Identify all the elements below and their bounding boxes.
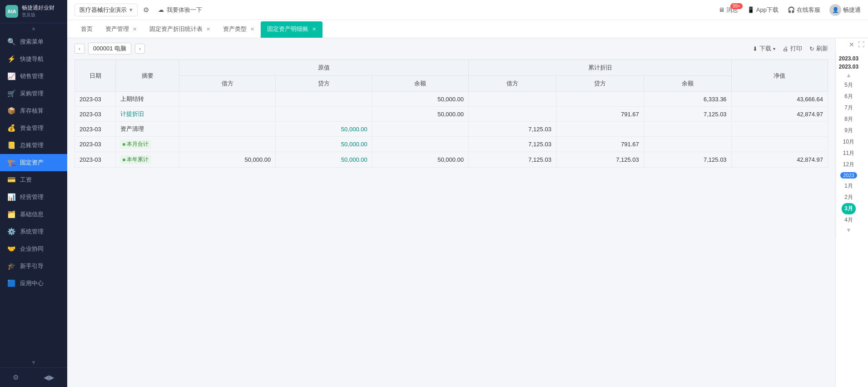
- tabs-bar: 首页 资产管理 ✕ 固定资产折旧统计表 ✕ 资产类型 ✕ 固定资产明细账 ✕: [67, 20, 868, 38]
- col-yuanzhi-credit: 贷方: [276, 76, 372, 92]
- sidebar-item-payroll[interactable]: 💳 工资: [0, 171, 67, 189]
- avatar: 👤: [829, 4, 841, 16]
- sidebar-item-operations[interactable]: 📊 经营管理: [0, 189, 67, 206]
- table-row: 2023-03 上期结转 50,000.00 6,333.36 43,666.6…: [75, 92, 828, 107]
- refresh-btn[interactable]: ↻ 刷新: [809, 45, 828, 53]
- enterprise-icon: 🤝: [7, 245, 15, 253]
- timeline-month[interactable]: 12月: [840, 159, 857, 170]
- cell-yuanzhi-debit: [179, 137, 276, 152]
- cell-summary: 上期结转: [116, 92, 179, 107]
- tab-close-icon[interactable]: ✕: [312, 26, 316, 32]
- fixed-assets-icon: 🏗️: [7, 159, 15, 167]
- settings-gear-icon[interactable]: ⚙: [143, 6, 149, 14]
- timeline-month[interactable]: 5月: [840, 79, 857, 91]
- tab-label: 首页: [81, 25, 93, 33]
- cell-yuanzhi-credit: 50,000.00: [276, 122, 372, 137]
- tab-home[interactable]: 首页: [74, 21, 99, 38]
- message-icon: 🖥: [719, 6, 724, 13]
- sidebar-item-search[interactable]: 🔍 搜索菜单: [0, 33, 67, 50]
- panel-expand-btn[interactable]: ⛶: [858, 41, 864, 48]
- sidebar-item-ledger[interactable]: 📒 总账管理: [0, 137, 67, 154]
- sidebar-item-label: 系统管理: [20, 228, 44, 236]
- app-download-btn[interactable]: 📱 App下载: [747, 6, 779, 14]
- topbar-right: 🖥 消息 99+ 📱 App下载 🎧 在线客服 👤 畅捷通: [719, 4, 861, 16]
- cell-leiji-credit: [556, 92, 644, 107]
- tab-asset-detail[interactable]: 固定资产明细账 ✕: [261, 21, 322, 38]
- timeline-month[interactable]: 7月: [840, 102, 857, 114]
- sidebar-item-inventory[interactable]: 📦 库存核算: [0, 102, 67, 119]
- col-leiji-balance: 余额: [644, 76, 731, 92]
- sidebar-item-label: 库存核算: [20, 107, 44, 115]
- company-name: 医疗器械行业演示: [79, 6, 127, 14]
- col-leiji-group: 累计折旧: [469, 60, 732, 76]
- cell-leiji-debit: [469, 92, 556, 107]
- timeline-month-2023[interactable]: 1月: [842, 180, 856, 192]
- timeline-month[interactable]: 11月: [840, 148, 857, 159]
- sidebar-item-quick-nav[interactable]: ⚡ 快捷导航: [0, 50, 67, 68]
- sidebar-item-system[interactable]: ⚙️ 系统管理: [0, 223, 67, 240]
- tab-depreciation-stats[interactable]: 固定资产折旧统计表 ✕: [143, 21, 217, 38]
- sidebar-item-guide[interactable]: 🎓 新手引导: [0, 258, 67, 275]
- panel-close-btn[interactable]: ✕: [849, 41, 854, 48]
- download-btn[interactable]: ⬇ 下载 ▾: [753, 45, 775, 53]
- timeline-month[interactable]: 10月: [840, 136, 857, 148]
- main-body: ‹ 000001 电脑 › ⬇ 下载 ▾ 🖨 打印: [67, 38, 868, 387]
- tab-close-icon[interactable]: ✕: [206, 26, 210, 32]
- timeline-month[interactable]: 6月: [840, 91, 857, 102]
- asset-code: 000001 电脑: [88, 43, 131, 55]
- experience-btn[interactable]: ☁ 我要体验一下: [158, 6, 202, 14]
- tab-close-icon[interactable]: ✕: [133, 26, 137, 32]
- sidebar-scroll-down[interactable]: ▼: [0, 357, 67, 367]
- timeline-month[interactable]: 8月: [840, 114, 857, 125]
- sidebar-item-label: 资金管理: [20, 124, 44, 132]
- timeline-month-2023[interactable]: 4月: [842, 214, 856, 226]
- col-leiji-credit: 贷方: [556, 76, 644, 92]
- sidebar-item-apps[interactable]: 🟦 应用中心: [0, 275, 67, 292]
- col-yuanzhi-group: 原值: [179, 60, 469, 76]
- timeline-panel: 2023.03 2023.03 ▲ 5月6月7月8月9月10月11月12月 20…: [836, 51, 861, 238]
- download-icon: 📱: [747, 6, 754, 13]
- inventory-icon: 📦: [7, 107, 15, 115]
- prev-asset-btn[interactable]: ‹: [74, 44, 84, 54]
- timeline-up-arrow[interactable]: ▲: [845, 71, 853, 79]
- cell-leiji-credit: 7,125.03: [556, 152, 644, 168]
- cell-yuanzhi-debit: 50,000.00: [179, 152, 276, 168]
- tab-asset-management[interactable]: 资产管理 ✕: [99, 21, 143, 38]
- sidebar-item-sales[interactable]: 📈 销售管理: [0, 68, 67, 85]
- cell-leiji-credit: [556, 122, 644, 137]
- table-row: 2023-03 本月合计 50,000.00 7,125.03 791.67: [75, 137, 828, 152]
- cell-yuanzhi-debit: [179, 122, 276, 137]
- sidebar-item-label: 快捷导航: [20, 55, 44, 63]
- sidebar-item-enterprise[interactable]: 🤝 企业协同: [0, 240, 67, 258]
- download-icon: ⬇: [753, 45, 758, 52]
- topbar: 医疗器械行业演示 ▾ ⚙ ☁ 我要体验一下 🖥 消息 99+ 📱 App下载 🎧…: [67, 0, 868, 20]
- sidebar-item-base-info[interactable]: 🗂️ 基础信息: [0, 206, 67, 223]
- customer-service-btn[interactable]: 🎧 在线客服: [788, 6, 820, 14]
- cell-summary: 资产清理: [116, 122, 179, 137]
- timeline-top-label2: 2023.03: [839, 64, 858, 70]
- cell-summary: 计提折旧: [116, 107, 179, 122]
- cell-yuanzhi-credit: [276, 107, 372, 122]
- ledger-icon: 📒: [7, 141, 15, 149]
- sidebar-item-fixed-assets[interactable]: 🏗️ 固定资产: [0, 154, 67, 171]
- cell-yuanzhi-credit: [276, 92, 372, 107]
- message-btn[interactable]: 🖥 消息 99+: [719, 6, 738, 14]
- timeline-down-arrow[interactable]: ▼: [845, 226, 853, 234]
- collapse-btn[interactable]: ◀▶: [40, 372, 58, 383]
- timeline-month-2023[interactable]: 2月: [842, 192, 856, 203]
- sidebar-item-purchase[interactable]: 🛒 采购管理: [0, 85, 67, 102]
- timeline-month-2023[interactable]: 3月: [842, 203, 856, 214]
- settings-btn[interactable]: ⚙: [9, 372, 22, 383]
- tab-close-icon[interactable]: ✕: [250, 26, 254, 32]
- timeline-month[interactable]: 9月: [840, 125, 857, 136]
- tab-label: 资产类型: [223, 25, 247, 33]
- sidebar-item-finance[interactable]: 💰 资金管理: [0, 119, 67, 137]
- user-avatar-btn[interactable]: 👤 畅捷通: [829, 4, 861, 16]
- app-edition: 普及版: [22, 12, 55, 18]
- print-btn[interactable]: 🖨 打印: [783, 45, 802, 53]
- next-asset-btn[interactable]: ›: [135, 44, 145, 54]
- cell-leiji-debit: 7,125.03: [469, 152, 556, 168]
- tab-asset-type[interactable]: 资产类型 ✕: [217, 21, 261, 38]
- sidebar-scroll-up[interactable]: ▲: [0, 23, 67, 33]
- company-selector[interactable]: 医疗器械行业演示 ▾: [74, 4, 138, 16]
